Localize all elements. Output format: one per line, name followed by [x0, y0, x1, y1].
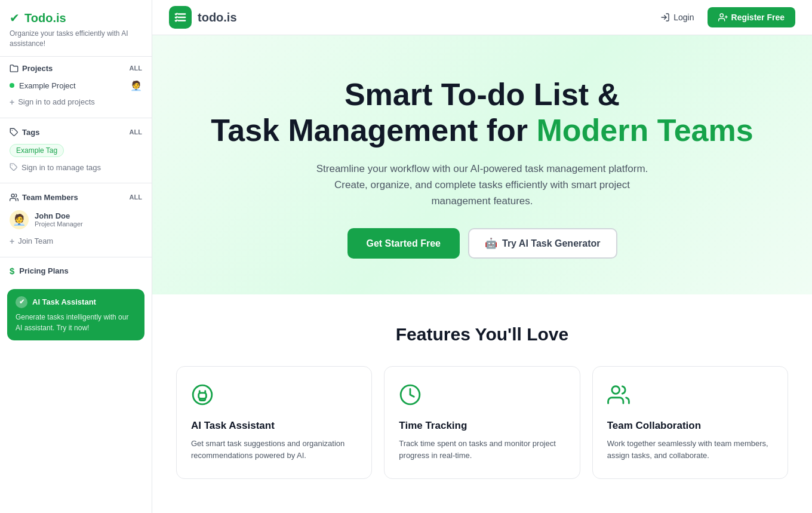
- ai-feature-title: AI Task Assistant: [191, 420, 357, 432]
- sidebar: ✔ Todo.is Organize your tasks efficientl…: [0, 0, 152, 513]
- tag-item[interactable]: Example Tag: [10, 144, 64, 157]
- manage-tags-item[interactable]: Sign in to manage tags: [10, 159, 142, 176]
- divider-2: [0, 183, 152, 183]
- ai-generator-button[interactable]: 🤖 Try AI Task Generator: [468, 228, 617, 259]
- sidebar-projects-section: Projects ALL Example Project 🧑‍💼 + Sign …: [0, 57, 152, 115]
- project-active-dot: [10, 83, 14, 88]
- join-team-item[interactable]: + Join Team: [10, 233, 142, 250]
- get-started-button[interactable]: Get Started Free: [347, 228, 460, 259]
- features-section: Features You'll Love AI Task Assistant G…: [152, 294, 812, 509]
- team-feature-desc: Work together seamlessly with team membe…: [607, 438, 773, 462]
- divider-1: [0, 118, 152, 118]
- sidebar-brand-title: Todo.is: [24, 11, 66, 25]
- projects-title: Projects: [10, 64, 53, 73]
- member-avatar: 🧑‍💼: [10, 210, 29, 229]
- topnav-actions: Login Register Free: [653, 7, 795, 27]
- svg-point-7: [720, 14, 723, 17]
- svg-point-13: [612, 386, 620, 394]
- ai-gen-icon: 🤖: [485, 237, 497, 250]
- ai-feature-icon: [191, 383, 357, 411]
- topnav-logo: todo.is: [169, 6, 237, 29]
- team-icon: [10, 193, 19, 202]
- features-title: Features You'll Love: [176, 324, 788, 345]
- hero-title-accent: Modern Teams: [537, 113, 753, 148]
- join-team-label: Join Team: [18, 236, 53, 245]
- team-member-item: 🧑‍💼 John Doe Project Manager: [10, 207, 142, 233]
- time-feature-desc: Track time spent on tasks and monitor pr…: [399, 438, 565, 462]
- register-icon: [718, 13, 728, 22]
- tags-all-link[interactable]: ALL: [130, 128, 142, 136]
- dollar-icon: $: [10, 266, 14, 276]
- add-project-item[interactable]: + Sign in to add projects: [10, 94, 142, 110]
- login-label: Login: [673, 13, 694, 22]
- member-info: John Doe Project Manager: [35, 211, 83, 228]
- ai-banner-check-icon: ✔: [16, 296, 27, 308]
- folder-icon: [10, 64, 19, 73]
- project-name: Example Project: [19, 81, 76, 90]
- manage-tags-label: Sign in to manage tags: [21, 163, 101, 172]
- main-content: todo.is Login Register Free Smart To-do …: [152, 0, 812, 513]
- tags-header: Tags ALL: [10, 128, 142, 137]
- features-grid: AI Task Assistant Get smart task suggest…: [176, 366, 788, 479]
- ai-banner-title: AI Task Assistant: [32, 297, 96, 306]
- time-feature-icon: [399, 383, 565, 411]
- tag-icon: [10, 128, 19, 137]
- plus-join-icon: +: [10, 236, 14, 246]
- logo-icon: [169, 6, 192, 29]
- todo-logo-icon: [174, 11, 187, 24]
- pricing-label: Pricing Plans: [19, 266, 68, 275]
- feature-card-time: Time Tracking Track time spent on tasks …: [384, 366, 580, 479]
- feature-card-ai: AI Task Assistant Get smart task suggest…: [176, 366, 372, 479]
- projects-header: Projects ALL: [10, 64, 142, 73]
- hero-subtitle: Streamline your workflow with our AI-pow…: [309, 161, 656, 210]
- ai-banner-header: ✔ AI Task Assistant: [16, 296, 136, 308]
- pricing-item[interactable]: $ Pricing Plans: [0, 260, 152, 282]
- ai-assistant-banner[interactable]: ✔ AI Task Assistant Generate tasks intel…: [7, 289, 144, 340]
- projects-all-link[interactable]: ALL: [130, 64, 142, 72]
- team-title: Team Members: [10, 193, 78, 202]
- register-button[interactable]: Register Free: [708, 7, 795, 27]
- logo-text-part1: todo: [198, 11, 223, 24]
- project-emoji: 🧑‍💼: [130, 80, 142, 91]
- hero-buttons: Get Started Free 🤖 Try AI Task Generator: [176, 228, 788, 259]
- ai-feature-desc: Get smart task suggestions and organizat…: [191, 438, 357, 462]
- hero-title: Smart To-do List & Task Management for M…: [176, 77, 788, 149]
- hero-title-part2: Task Management for: [211, 113, 536, 148]
- member-role: Project Manager: [35, 220, 83, 228]
- plus-icon: +: [10, 97, 14, 107]
- svg-point-2: [11, 193, 14, 196]
- login-button[interactable]: Login: [653, 8, 701, 27]
- tag-manage-icon: [10, 163, 18, 171]
- ai-banner-text: Generate tasks intelligently with our AI…: [16, 312, 136, 333]
- tags-title: Tags: [10, 128, 39, 137]
- hero-title-part1: Smart To-do List &: [345, 77, 620, 112]
- project-item[interactable]: Example Project 🧑‍💼: [10, 78, 142, 94]
- team-feature-icon: [607, 383, 773, 411]
- ai-generator-label: Try AI Task Generator: [502, 238, 601, 249]
- login-icon: [660, 13, 670, 22]
- sidebar-brand-subtitle: Organize your tasks efficiently with AI …: [10, 29, 142, 49]
- hero-section: Smart To-do List & Task Management for M…: [152, 35, 812, 294]
- team-all-link[interactable]: ALL: [130, 193, 142, 201]
- check-icon: ✔: [10, 11, 20, 25]
- time-feature-title: Time Tracking: [399, 420, 565, 432]
- topnav: todo.is Login Register Free: [152, 0, 812, 35]
- logo-text: todo.is: [198, 11, 237, 24]
- team-feature-title: Team Collaboration: [607, 420, 773, 432]
- logo-text-part2: .is: [223, 11, 236, 24]
- member-name: John Doe: [35, 211, 83, 220]
- feature-card-team: Team Collaboration Work together seamles…: [592, 366, 788, 479]
- sidebar-team-section: Team Members ALL 🧑‍💼 John Doe Project Ma…: [0, 186, 152, 254]
- sidebar-tags-section: Tags ALL Example Tag Sign in to manage t…: [0, 121, 152, 180]
- sidebar-brand: ✔ Todo.is Organize your tasks efficientl…: [0, 0, 152, 57]
- team-header: Team Members ALL: [10, 193, 142, 202]
- register-label: Register Free: [731, 13, 785, 22]
- add-project-label: Sign in to add projects: [18, 97, 95, 106]
- divider-3: [0, 257, 152, 257]
